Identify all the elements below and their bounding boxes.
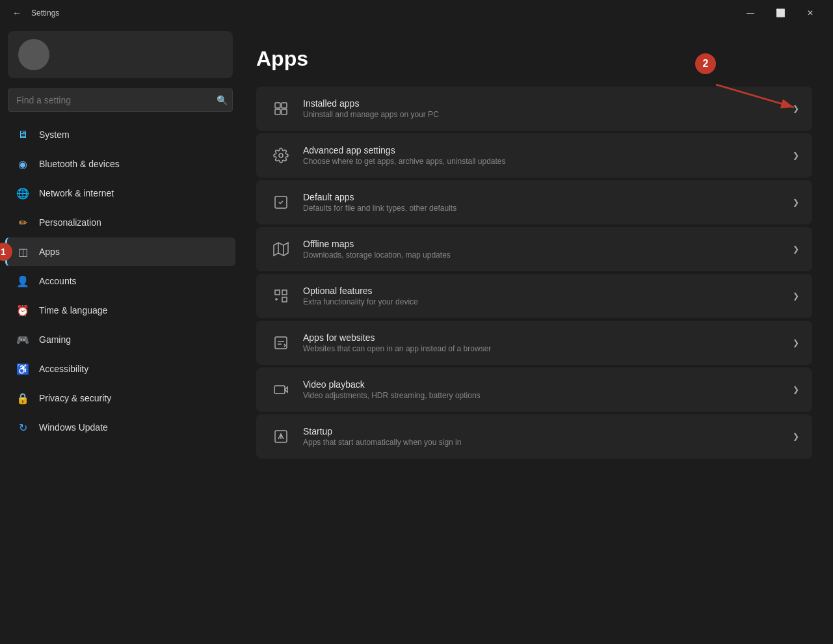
sidebar-item-system[interactable]: 🖥System	[5, 120, 235, 149]
svg-rect-6	[275, 290, 280, 295]
sidebar-item-accounts[interactable]: 👤Accounts	[5, 267, 235, 295]
startup-text: StartupApps that start automatically whe…	[303, 426, 782, 447]
svg-rect-1	[282, 103, 287, 108]
search-box: 🔍	[8, 88, 233, 112]
startup-title: Startup	[303, 426, 782, 436]
settings-item-video-playback[interactable]: Video playbackVideo adjustments, HDR str…	[256, 368, 812, 412]
offline-maps-chevron: ❯	[793, 245, 799, 254]
titlebar: ← Settings — ⬜ ✕	[0, 0, 833, 26]
page-title: Apps	[256, 47, 812, 71]
video-playback-title: Video playback	[303, 379, 782, 390]
svg-point-4	[279, 154, 283, 157]
settings-item-default-apps[interactable]: Default appsDefaults for file and link t…	[256, 180, 812, 224]
window-controls: — ⬜ ✕	[735, 3, 825, 23]
svg-rect-0	[275, 103, 280, 108]
optional-features-title: Optional features	[303, 286, 782, 296]
sidebar-item-bluetooth[interactable]: ◉Bluetooth & devices	[5, 150, 235, 178]
settings-list: Installed appsUninstall and manage apps …	[256, 87, 812, 459]
sidebar-item-accessibility[interactable]: ♿Accessibility	[5, 355, 235, 383]
svg-rect-10	[274, 386, 285, 394]
svg-rect-3	[282, 109, 287, 114]
sidebar-label-gaming: Gaming	[39, 334, 71, 345]
svg-rect-9	[275, 337, 287, 349]
sidebar-label-time: Time & language	[39, 305, 107, 315]
apps-for-websites-text: Apps for websitesWebsites that can open …	[303, 332, 782, 353]
sidebar: 🔍 🖥System◉Bluetooth & devices🌐Network & …	[0, 26, 241, 644]
sidebar-item-gaming[interactable]: 🎮Gaming	[5, 325, 235, 354]
video-playback-description: Video adjustments, HDR streaming, batter…	[303, 391, 782, 400]
back-button[interactable]: ←	[8, 4, 26, 22]
svg-rect-8	[282, 297, 287, 302]
maximize-button[interactable]: ⬜	[765, 3, 795, 23]
sidebar-label-update: Windows Update	[39, 422, 108, 433]
optional-features-description: Extra functionality for your device	[303, 297, 782, 306]
settings-item-optional-features[interactable]: Optional featuresExtra functionality for…	[256, 274, 812, 318]
installed-apps-description: Uninstall and manage apps on your PC	[303, 110, 782, 119]
installed-apps-chevron: ❯	[793, 104, 799, 113]
installed-apps-icon	[269, 97, 293, 120]
startup-icon	[269, 425, 293, 448]
accounts-icon: 👤	[16, 274, 30, 288]
default-apps-description: Defaults for file and link types, other …	[303, 204, 782, 213]
sidebar-label-bluetooth: Bluetooth & devices	[39, 159, 120, 169]
sidebar-item-personalization[interactable]: ✏Personalization	[5, 208, 235, 237]
sidebar-label-accounts: Accounts	[39, 276, 77, 286]
gaming-icon: 🎮	[16, 332, 30, 347]
installed-apps-title: Installed apps	[303, 98, 782, 109]
sidebar-item-apps[interactable]: ◫Apps1	[5, 237, 235, 266]
video-playback-icon	[269, 378, 293, 401]
default-apps-chevron: ❯	[793, 198, 799, 207]
settings-item-offline-maps[interactable]: Offline mapsDownloads, storage location,…	[256, 227, 812, 271]
apps-for-websites-chevron: ❯	[793, 338, 799, 347]
offline-maps-title: Offline maps	[303, 239, 782, 249]
apps-for-websites-description: Websites that can open in an app instead…	[303, 344, 782, 353]
optional-features-chevron: ❯	[793, 291, 799, 301]
settings-item-advanced-app-settings[interactable]: Advanced app settingsChoose where to get…	[256, 133, 812, 178]
minimize-button[interactable]: —	[735, 3, 765, 23]
startup-chevron: ❯	[793, 432, 799, 441]
sidebar-label-network: Network & internet	[39, 188, 114, 198]
sidebar-label-privacy: Privacy & security	[39, 393, 111, 403]
sidebar-item-time[interactable]: ⏰Time & language	[5, 296, 235, 325]
video-playback-text: Video playbackVideo adjustments, HDR str…	[303, 379, 782, 400]
settings-item-installed-apps[interactable]: Installed appsUninstall and manage apps …	[256, 87, 812, 131]
personalization-icon: ✏	[16, 215, 30, 230]
sidebar-item-network[interactable]: 🌐Network & internet	[5, 179, 235, 208]
app-body: 🔍 🖥System◉Bluetooth & devices🌐Network & …	[0, 26, 833, 644]
sidebar-label-accessibility: Accessibility	[39, 364, 88, 374]
advanced-app-settings-title: Advanced app settings	[303, 145, 782, 155]
default-apps-icon	[269, 191, 293, 214]
close-button[interactable]: ✕	[795, 3, 825, 23]
default-apps-title: Default apps	[303, 192, 782, 202]
annotation-1: 1	[0, 243, 12, 261]
user-profile[interactable]	[8, 31, 233, 78]
sidebar-item-update[interactable]: ↻Windows Update	[5, 413, 235, 442]
settings-item-startup[interactable]: StartupApps that start automatically whe…	[256, 414, 812, 459]
optional-features-text: Optional featuresExtra functionality for…	[303, 286, 782, 306]
startup-description: Apps that start automatically when you s…	[303, 438, 782, 447]
sidebar-item-privacy[interactable]: 🔒Privacy & security	[5, 384, 235, 412]
apps-for-websites-title: Apps for websites	[303, 332, 782, 343]
settings-item-apps-for-websites[interactable]: Apps for websitesWebsites that can open …	[256, 321, 812, 365]
advanced-app-settings-chevron: ❯	[793, 151, 799, 160]
privacy-icon: 🔒	[16, 391, 30, 405]
advanced-app-settings-text: Advanced app settingsChoose where to get…	[303, 145, 782, 166]
system-icon: 🖥	[16, 127, 30, 142]
app-title: Settings	[31, 8, 59, 18]
advanced-app-settings-icon	[269, 144, 293, 167]
search-input[interactable]	[8, 88, 233, 112]
sidebar-label-apps: Apps	[39, 247, 60, 257]
svg-rect-7	[282, 290, 287, 295]
time-icon: ⏰	[16, 303, 30, 317]
network-icon: 🌐	[16, 186, 30, 200]
main-content: Apps Installed appsUninstall and manage …	[241, 26, 833, 644]
installed-apps-text: Installed appsUninstall and manage apps …	[303, 98, 782, 119]
avatar	[18, 39, 49, 70]
offline-maps-description: Downloads, storage location, map updates	[303, 250, 782, 260]
offline-maps-text: Offline mapsDownloads, storage location,…	[303, 239, 782, 260]
apps-for-websites-icon	[269, 331, 293, 355]
optional-features-icon	[269, 284, 293, 308]
default-apps-text: Default appsDefaults for file and link t…	[303, 192, 782, 213]
update-icon: ↻	[16, 420, 30, 435]
accessibility-icon: ♿	[16, 362, 30, 376]
